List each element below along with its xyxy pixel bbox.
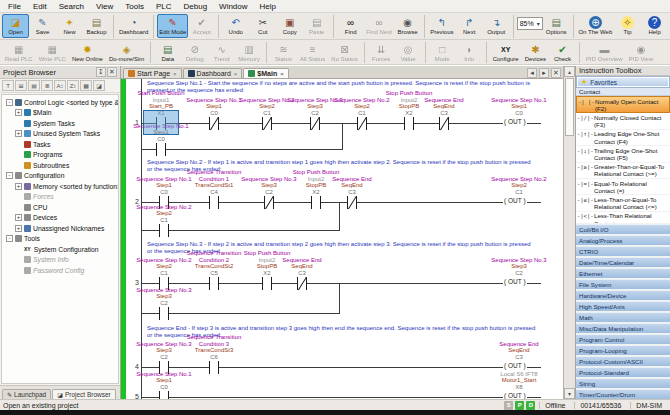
browser-toolbar-icon-5[interactable]: Z↕ — [67, 80, 79, 91]
browser-toolbar-icon-4[interactable]: A↕ — [54, 80, 66, 91]
new-button[interactable]: ✦New — [56, 14, 83, 38]
expand-icon[interactable]: + — [15, 130, 22, 137]
do-more-sim-button[interactable]: ◈Do-more/Sim — [106, 41, 147, 65]
tree-item-cpu[interactable]: CPU — [4, 202, 118, 213]
category-protocol-custom-ascii[interactable]: Protocol-Custom/ASCII — [576, 356, 670, 366]
category-file-system[interactable]: File System — [576, 279, 670, 289]
tree-item-unassigned-nicknames[interactable]: +Unassigned Nicknames — [4, 223, 118, 234]
undo-button[interactable]: ↶Undo — [222, 14, 249, 38]
ladder-view[interactable]: Sequence Step No.1 - Start the sequence … — [121, 79, 563, 399]
category-high-speed-axis[interactable]: High Speed/Axis — [576, 301, 670, 311]
menu-help[interactable]: Help — [254, 2, 282, 11]
tree-item-configuration[interactable]: -Configuration — [4, 171, 118, 182]
copy-button[interactable]: ▣Copy — [276, 14, 303, 38]
scroll-up-icon[interactable]: ▴ — [564, 66, 575, 77]
instruction-normally-closed-contact-f3[interactable]: -|/|-Normally Closed Contact (F3) — [576, 113, 670, 129]
normally-open-contact[interactable] — [159, 277, 160, 290]
category-misc-data-manipulation[interactable]: Misc/Data Manipulation — [576, 323, 670, 333]
normally-open-contact[interactable] — [209, 361, 210, 374]
menu-edit[interactable]: Edit — [27, 2, 53, 11]
instruction-leading-edge-one-shot-contact[interactable]: -|↑|-Leading Edge One-Shot Contact (F4) — [576, 130, 670, 146]
edit-mode-button[interactable]: ✎Edit Mode — [157, 14, 188, 38]
normally-open-contact[interactable] — [209, 196, 210, 209]
tree-item-control-logic-sorted-by-type-name[interactable]: -Control Logic <sorted by type & name> — [4, 97, 118, 108]
expand-icon[interactable]: + — [15, 214, 22, 221]
tab-scroll-left-icon[interactable]: ◂ — [527, 68, 537, 78]
configure-button[interactable]: XYConfigure — [490, 41, 522, 65]
output-coil[interactable]: ( OUT ) — [503, 197, 527, 204]
rung-comment[interactable]: Sequence End - If step 3 is active and t… — [147, 325, 537, 339]
normally-open-contact[interactable] — [159, 391, 160, 399]
category-string[interactable]: String — [576, 378, 670, 388]
save-button[interactable]: ✎Save — [29, 14, 56, 38]
output-coil[interactable]: ( OUT ) — [503, 278, 527, 285]
category-ethernet[interactable]: Ethernet — [576, 268, 670, 278]
normally-open-contact[interactable] — [159, 224, 160, 237]
zoom-level-dropdown[interactable]: 85%▾ — [517, 17, 543, 30]
menu-tools[interactable]: Tools — [119, 2, 150, 11]
pin-icon[interactable]: ↧ — [96, 67, 106, 77]
open-button[interactable]: ◪Open — [2, 14, 29, 38]
tab-close-icon[interactable]: ✕ — [551, 68, 561, 78]
new-online-button[interactable]: ✹New Online — [69, 41, 106, 65]
tree-item-system-info[interactable]: System Info — [4, 255, 118, 266]
browser-toolbar-icon-0[interactable]: T — [2, 80, 14, 91]
menu-debug[interactable]: Debug — [178, 2, 214, 11]
data-button[interactable]: ▤Data — [154, 41, 181, 65]
menu-view[interactable]: View — [90, 2, 119, 11]
tab-close-icon[interactable]: × — [173, 71, 177, 77]
dashboard-button[interactable]: ◔Dashboard — [117, 14, 150, 38]
browser-toolbar-icon-2[interactable]: ▤ — [28, 80, 40, 91]
rung-comment[interactable]: Sequence Step No.3 - If step 2 is active… — [147, 241, 537, 255]
menu-plc[interactable]: PLC — [150, 2, 178, 11]
tree-item-tasks[interactable]: Tasks — [4, 139, 118, 150]
on-the-web-button[interactable]: ⊕On The Web — [577, 14, 614, 38]
normally-open-contact[interactable] — [156, 143, 157, 156]
instruction-equal-to-relational-contact[interactable]: -|=|-Equal-To Relational Contact (=) — [576, 179, 670, 195]
instruction-less-than-relational-contact[interactable]: -|<|-Less-Than Relational Contact — [576, 212, 670, 223]
bottom-tab-project-browser[interactable]: ◪Project Browser — [52, 389, 116, 399]
menu-search[interactable]: Search — [53, 2, 90, 11]
category-timer-counter-drum[interactable]: Timer/Counter/Drum — [576, 389, 670, 399]
cut-button[interactable]: ✂Cut — [249, 14, 276, 38]
previous-button[interactable]: ↰Previous — [428, 14, 456, 38]
output-coil[interactable]: ( OUT ) — [503, 392, 527, 399]
browser-toolbar-icon-7[interactable]: ◪ — [93, 80, 105, 91]
devices-button[interactable]: ✱Devices — [522, 41, 549, 65]
category-hardware-device[interactable]: Hardware/Device — [576, 290, 670, 300]
normally-open-contact[interactable] — [159, 196, 160, 209]
tree-item-forces[interactable]: Forces — [4, 192, 118, 203]
tree-item-main[interactable]: +$Main — [4, 108, 118, 119]
tree-item-devices[interactable]: +Devices — [4, 213, 118, 224]
collapse-icon[interactable]: - — [6, 235, 13, 242]
scrollbar-track[interactable] — [564, 137, 575, 388]
tree-item-subroutines[interactable]: Subroutines — [4, 160, 118, 171]
tab-dashboard[interactable]: Dashboard× — [183, 68, 243, 78]
tab-close-icon[interactable]: × — [234, 71, 238, 77]
browser-toolbar-icon-6[interactable]: ▦ — [80, 80, 92, 91]
normally-open-contact[interactable] — [404, 117, 405, 130]
category-coil-bit-i-o[interactable]: Coil/Bit I/O — [576, 224, 670, 234]
category-math[interactable]: Math — [576, 312, 670, 322]
normally-open-contact[interactable] — [209, 277, 210, 290]
bottom-tab-launchpad[interactable]: ✎Launchpad — [2, 389, 51, 399]
category-date-time-calendar[interactable]: Date/Time/Calendar — [576, 257, 670, 267]
tree-item-system-configuration[interactable]: XYSystem Configuration — [4, 244, 118, 255]
rung-comment[interactable]: Sequence Step No.2 - If step 1 is active… — [147, 159, 537, 173]
category-ctrio[interactable]: CTRIO — [576, 246, 670, 256]
tab-close-icon[interactable]: × — [280, 71, 284, 77]
category-protocol-standard[interactable]: Protocol-Standard — [576, 367, 670, 377]
close-icon[interactable]: ✕ — [107, 67, 117, 77]
normally-open-contact[interactable] — [159, 361, 160, 374]
expand-icon[interactable]: + — [15, 225, 22, 232]
tab-scroll-right-icon[interactable]: ▸ — [539, 68, 549, 78]
help-button[interactable]: ?Help — [641, 14, 668, 38]
normally-open-contact[interactable] — [159, 307, 160, 320]
expand-icon[interactable]: + — [15, 109, 22, 116]
tab-start-page[interactable]: Start Page× — [123, 68, 182, 78]
output-coil[interactable]: ( OUT ) — [503, 118, 527, 125]
menu-file[interactable]: File — [2, 2, 27, 11]
menu-window[interactable]: Window — [213, 2, 253, 11]
output-button[interactable]: ↴Output — [483, 14, 510, 38]
tree-item-tools[interactable]: -Tools — [4, 234, 118, 245]
